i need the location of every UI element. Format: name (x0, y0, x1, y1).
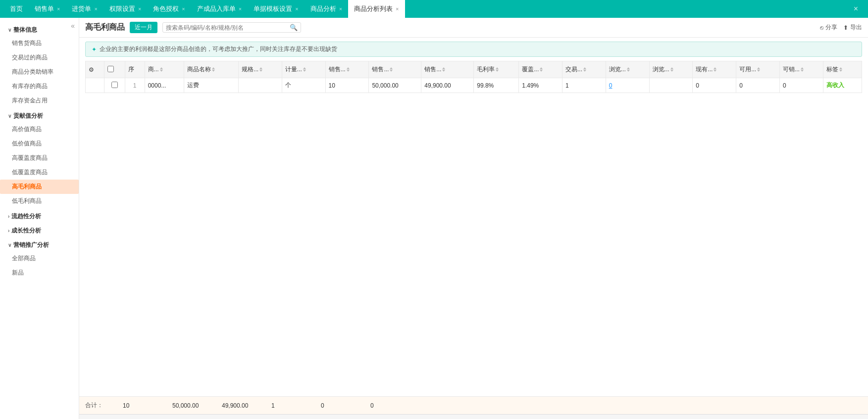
col-header-views2[interactable]: 浏览... (649, 61, 693, 78)
search-icon[interactable]: 🔍 (290, 24, 298, 31)
col-header-gross_margin[interactable]: 毛利率 (474, 61, 519, 78)
sidebar-group-title[interactable]: ∨营销推广分析 (0, 237, 79, 251)
sidebar-item-低覆盖度商品[interactable]: 低覆盖度商品 (0, 165, 79, 180)
col-header-sales_amount[interactable]: 销售... (369, 61, 421, 78)
row-checkbox[interactable] (111, 82, 118, 88)
close-tab-icon[interactable]: × (295, 6, 298, 12)
nav-item-首页[interactable]: 首页 (4, 0, 29, 18)
close-tab-icon[interactable]: × (94, 6, 97, 12)
sort-icon-code[interactable] (160, 67, 163, 72)
sidebar-item-高毛利商品[interactable]: 高毛利商品 (0, 180, 79, 194)
cell-name: 运费 (184, 78, 238, 93)
cell-gross_margin: 99.8% (474, 78, 519, 93)
cell-index: 1 (125, 78, 145, 93)
sort-icon-spec[interactable] (259, 67, 262, 72)
sidebar-group-title[interactable]: ›成长性分析 (0, 223, 79, 237)
sort-icon-tag[interactable] (839, 67, 842, 72)
cell-spec (239, 78, 282, 93)
period-button[interactable]: 近一月 (130, 22, 157, 33)
col-header-saleable_stock[interactable]: 可销... (779, 61, 823, 78)
nav-item-商品分析列表[interactable]: 商品分析列表× (348, 0, 405, 18)
col-header-transaction[interactable]: 交易... (562, 61, 606, 78)
footer-transaction: 1 (271, 402, 311, 409)
nav-item-进货单[interactable]: 进货单× (66, 0, 103, 18)
search-input[interactable] (166, 24, 288, 31)
col-header-code[interactable]: 商... (145, 61, 184, 78)
chevron-down-icon: ∨ (8, 242, 11, 248)
sidebar-item-低价值商品[interactable]: 低价值商品 (0, 137, 79, 151)
sort-icon-sales_profit[interactable] (442, 67, 445, 72)
sort-icon-gross_margin[interactable] (496, 67, 499, 72)
info-banner-text: 企业的主要的利润都是这部分商品创造的，可考虑加大推广，同时关注库存是不要出现缺货 (100, 45, 337, 53)
share-button[interactable]: ⎋ 分享 (820, 23, 837, 32)
sort-icon-current_stock[interactable] (714, 67, 716, 72)
sidebar-group-title[interactable]: ∨整体信息 (0, 22, 79, 36)
nav-item-权限设置[interactable]: 权限设置× (103, 0, 147, 18)
col-header-spec[interactable]: 规格... (239, 61, 282, 78)
cell-views1[interactable]: 0 (606, 78, 649, 93)
col-header-index[interactable]: 序 (125, 61, 145, 78)
sidebar-item-交易过的商品[interactable]: 交易过的商品 (0, 50, 79, 65)
export-button[interactable]: ⬆ 导出 (843, 23, 862, 32)
sidebar-item-有库存的商品[interactable]: 有库存的商品 (0, 79, 79, 93)
window-close-button[interactable]: × (848, 4, 864, 13)
sidebar-item-新品[interactable]: 新品 (0, 266, 79, 280)
sort-icon-name[interactable] (212, 67, 215, 72)
cell-saleable_stock: 0 (779, 78, 823, 93)
col-header-tag[interactable]: 标签 (823, 61, 862, 78)
sort-icon-views2[interactable] (670, 67, 673, 72)
sort-icon-transaction[interactable] (583, 67, 586, 72)
col-header-available_stock[interactable]: 可用... (736, 61, 780, 78)
footer-sales-profit: 49,900.00 (222, 402, 261, 409)
col-header-settings[interactable]: ⚙ (86, 61, 104, 78)
sort-icon-unit[interactable] (303, 67, 306, 72)
nav-item-商品分析[interactable]: 商品分析× (305, 0, 348, 18)
cell-coverage: 1.49% (519, 78, 562, 93)
close-tab-icon[interactable]: × (138, 6, 141, 12)
sort-icon-saleable_stock[interactable] (801, 67, 804, 72)
sidebar-item-高价值商品[interactable]: 高价值商品 (0, 122, 79, 137)
nav-item-销售单[interactable]: 销售单× (29, 0, 66, 18)
sidebar-group-title[interactable]: ∨贡献值分析 (0, 108, 79, 122)
nav-item-单据模板设置[interactable]: 单据模板设置× (248, 0, 304, 18)
sidebar-item-高覆盖度商品[interactable]: 高覆盖度商品 (0, 151, 79, 165)
sidebar-group-title[interactable]: ›流趋性分析 (0, 208, 79, 223)
horizontal-scrollbar[interactable] (79, 414, 868, 419)
sort-icon-coverage[interactable] (540, 67, 543, 72)
table-row: 10000...运费个1050,000.0049,900.0099.8%1.49… (86, 78, 862, 93)
close-tab-icon[interactable]: × (239, 6, 242, 12)
col-header-checkbox[interactable] (104, 61, 125, 78)
nav-item-产成品入库单[interactable]: 产成品入库单× (191, 0, 248, 18)
close-tab-icon[interactable]: × (57, 6, 60, 12)
sort-icon-views1[interactable] (627, 67, 630, 72)
close-tab-icon[interactable]: × (339, 6, 342, 12)
sidebar-collapse-button[interactable]: « (71, 22, 75, 30)
close-tab-icon[interactable]: × (396, 6, 399, 12)
cell-checkbox (104, 78, 125, 93)
chevron-right-icon: › (8, 228, 9, 233)
sort-icon-sales_qty[interactable] (347, 67, 350, 72)
sidebar-item-全部商品[interactable]: 全部商品 (0, 251, 79, 266)
cell-current_stock: 0 (693, 78, 736, 93)
chevron-right-icon: › (8, 214, 9, 219)
col-header-unit[interactable]: 计量... (282, 61, 325, 78)
sort-icon-available_stock[interactable] (757, 67, 760, 72)
col-header-views1[interactable]: 浏览... (606, 61, 649, 78)
col-header-coverage[interactable]: 覆盖... (519, 61, 562, 78)
col-header-sales_qty[interactable]: 销售... (325, 61, 369, 78)
sidebar-item-销售货商品[interactable]: 销售货商品 (0, 36, 79, 50)
select-all-checkbox[interactable] (107, 66, 114, 72)
sidebar-group-成长性分析: ›成长性分析 (0, 223, 79, 237)
col-header-name[interactable]: 商品名称 (184, 61, 238, 78)
cell-tag[interactable]: 高收入 (823, 78, 862, 93)
close-tab-icon[interactable]: × (182, 6, 185, 12)
sort-icon-sales_amount[interactable] (390, 67, 393, 72)
col-header-sales_profit[interactable]: 销售... (421, 61, 474, 78)
sidebar-item-商品分类助销率[interactable]: 商品分类助销率 (0, 65, 79, 79)
col-header-current_stock[interactable]: 现有... (693, 61, 736, 78)
nav-item-角色授权[interactable]: 角色授权× (147, 0, 191, 18)
sidebar-item-库存资金占用[interactable]: 库存资金占用 (0, 93, 79, 108)
cell-sales_qty: 10 (325, 78, 369, 93)
sidebar-item-低毛利商品[interactable]: 低毛利商品 (0, 194, 79, 208)
footer-saleable: 0 (370, 402, 410, 409)
